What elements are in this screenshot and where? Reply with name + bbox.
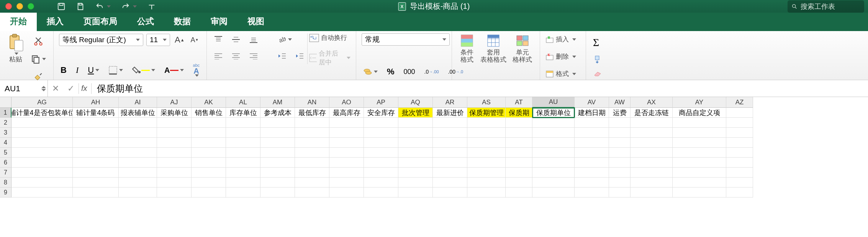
cell-AQ9[interactable] [398, 188, 433, 198]
cell-AN3[interactable] [295, 128, 329, 138]
row-header-6[interactable]: 6 [0, 158, 11, 168]
cell-AZ8[interactable] [726, 178, 753, 188]
cell-AQ4[interactable] [398, 138, 433, 148]
cell-AP6[interactable] [364, 158, 398, 168]
orientation-button[interactable]: ab [276, 33, 293, 46]
cell-AQ8[interactable] [398, 178, 433, 188]
font-color-button[interactable]: A [163, 64, 185, 76]
number-format-combo[interactable]: 常规 [362, 33, 450, 46]
col-header-AH[interactable]: AH [73, 97, 119, 108]
col-header-AJ[interactable]: AJ [157, 97, 192, 108]
cell-AJ8[interactable] [157, 178, 192, 188]
cell-AO9[interactable] [329, 188, 364, 198]
col-header-AZ[interactable]: AZ [726, 97, 753, 108]
cell-AG6[interactable] [11, 158, 73, 168]
tab-页面布局[interactable]: 页面布局 [74, 12, 127, 31]
cell-AJ4[interactable] [157, 138, 192, 148]
cell-AW1[interactable]: 运费 [609, 108, 631, 118]
cell-AS5[interactable] [467, 148, 506, 158]
cell-AK8[interactable] [192, 178, 226, 188]
cell-AQ3[interactable] [398, 128, 433, 138]
cell-AY1[interactable]: 商品自定义项 [673, 108, 726, 118]
cell-AS8[interactable] [467, 178, 506, 188]
cell-AG7[interactable] [11, 168, 73, 178]
cell-AL5[interactable] [226, 148, 260, 158]
cell-AH5[interactable] [73, 148, 119, 158]
tab-插入[interactable]: 插入 [37, 12, 74, 31]
cell-AP2[interactable] [364, 118, 398, 128]
percent-button[interactable]: % [385, 65, 396, 78]
cell-AW4[interactable] [609, 138, 631, 148]
cell-AP8[interactable] [364, 178, 398, 188]
cell-AN8[interactable] [295, 178, 329, 188]
cell-AW6[interactable] [609, 158, 631, 168]
cell-AI6[interactable] [119, 158, 157, 168]
cell-AL2[interactable] [226, 118, 260, 128]
cell-AH8[interactable] [73, 178, 119, 188]
format-as-table-button[interactable]: 套用 表格格式 [478, 33, 509, 63]
cell-AX2[interactable] [631, 118, 673, 128]
cell-AN5[interactable] [295, 148, 329, 158]
cell-AK4[interactable] [192, 138, 226, 148]
qat-save-button[interactable] [76, 2, 85, 11]
border-button[interactable] [107, 64, 124, 76]
name-box-stepper[interactable] [41, 86, 46, 91]
increase-indent-button[interactable] [293, 51, 306, 61]
cell-AN9[interactable] [295, 188, 329, 198]
cell-AK9[interactable] [192, 188, 226, 198]
align-center-button[interactable] [230, 51, 242, 61]
cell-AR8[interactable] [433, 178, 467, 188]
cell-AT8[interactable] [506, 178, 532, 188]
col-header-AO[interactable]: AO [329, 97, 364, 108]
cell-AY8[interactable] [673, 178, 726, 188]
bold-button[interactable]: B [59, 64, 68, 77]
cell-AZ3[interactable] [726, 128, 753, 138]
row-header-1[interactable]: 1 [0, 108, 11, 118]
currency-button[interactable] [362, 66, 379, 77]
col-header-AS[interactable]: AS [467, 97, 506, 108]
align-right-button[interactable] [247, 51, 260, 61]
cell-AY7[interactable] [673, 168, 726, 178]
cell-AG9[interactable] [11, 188, 73, 198]
formula-input[interactable] [92, 80, 868, 97]
cell-AH7[interactable] [73, 168, 119, 178]
col-header-AP[interactable]: AP [364, 97, 398, 108]
cell-AO4[interactable] [329, 138, 364, 148]
align-middle-button[interactable] [230, 34, 242, 45]
cell-AI1[interactable]: 报表辅单位 [119, 108, 157, 118]
search-sheet-box[interactable]: 搜索工作表 [788, 0, 864, 13]
close-window-button[interactable] [5, 3, 12, 10]
cell-AN1[interactable]: 最低库存 [295, 108, 329, 118]
cell-AO1[interactable]: 最高库存 [329, 108, 364, 118]
cell-AW7[interactable] [609, 168, 631, 178]
cell-AU7[interactable] [532, 168, 575, 178]
cell-AJ9[interactable] [157, 188, 192, 198]
cell-AZ7[interactable] [726, 168, 753, 178]
cell-AJ6[interactable] [157, 158, 192, 168]
cell-AV9[interactable] [575, 188, 609, 198]
font-name-combo[interactable]: 等线 Regular (正文) [59, 34, 143, 46]
cell-AQ6[interactable] [398, 158, 433, 168]
cell-AX7[interactable] [631, 168, 673, 178]
cell-AY9[interactable] [673, 188, 726, 198]
decrease-font-button[interactable]: A▼ [189, 35, 200, 46]
col-header-AG[interactable]: AG [11, 97, 73, 108]
underline-button[interactable]: U [86, 64, 101, 77]
cell-AY4[interactable] [673, 138, 726, 148]
cell-AX4[interactable] [631, 138, 673, 148]
cell-AS2[interactable] [467, 118, 506, 128]
cell-AV7[interactable] [575, 168, 609, 178]
align-top-button[interactable] [212, 34, 224, 45]
cell-AO2[interactable] [329, 118, 364, 128]
cell-AY5[interactable] [673, 148, 726, 158]
increase-font-button[interactable]: A▲ [173, 33, 186, 46]
format-cells-button[interactable]: 格式 [545, 69, 580, 78]
cell-AQ5[interactable] [398, 148, 433, 158]
cell-AO8[interactable] [329, 178, 364, 188]
cell-AU4[interactable] [532, 138, 575, 148]
row-header-2[interactable]: 2 [0, 118, 11, 128]
cell-AV2[interactable] [575, 118, 609, 128]
col-header-AT[interactable]: AT [506, 97, 532, 108]
cell-AY2[interactable] [673, 118, 726, 128]
row-header-9[interactable]: 9 [0, 188, 11, 198]
